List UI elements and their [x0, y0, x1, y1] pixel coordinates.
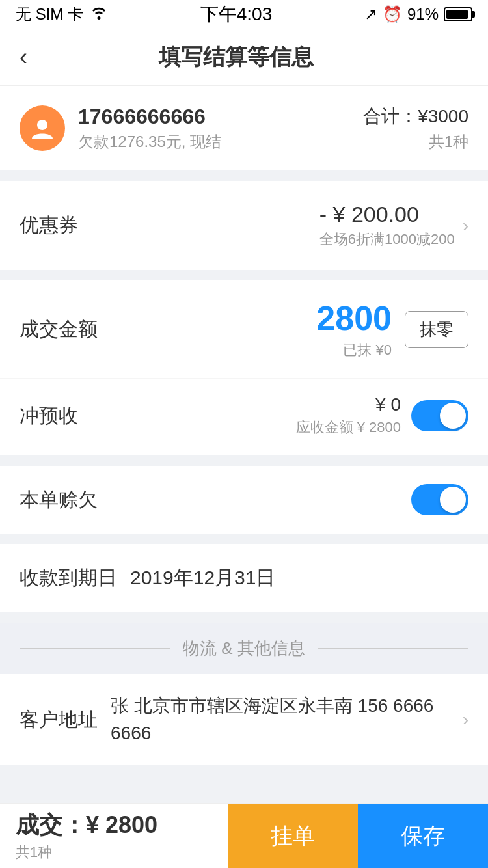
divider-text: 物流 & 其他信息	[183, 637, 305, 660]
coupon-label: 优惠券	[20, 212, 78, 239]
bottom-summary: 成交：¥ 2800 共1种	[0, 809, 228, 862]
amount-section: 成交金额 2800 已抹 ¥0 抹零 冲预收 ¥ 0 应收金额 ¥ 2800	[0, 280, 488, 455]
customer-sub: 欠款1276.35元, 现结	[78, 131, 221, 152]
address-section[interactable]: 客户地址 张 北京市市辖区海淀区永丰南 156 6666 6666 ›	[0, 674, 488, 765]
carrier-label: 无 SIM 卡	[16, 4, 83, 25]
transaction-label: 成交金额	[20, 316, 98, 343]
coupon-desc: 全场6折满1000减200	[319, 230, 455, 249]
content: 17666666666 欠款1276.35元, 现结 合计：¥3000 共1种 …	[0, 86, 488, 868]
debt-label: 本单赊欠	[20, 487, 98, 513]
address-label: 客户地址	[20, 707, 98, 733]
back-button[interactable]: ‹	[20, 44, 40, 71]
status-right: ↗ ⏰ 91%	[364, 5, 472, 23]
bottom-bar: 成交：¥ 2800 共1种 挂单 保存	[0, 803, 488, 868]
total-count: 共1种	[363, 131, 468, 152]
toggle-knob	[440, 403, 466, 429]
divider-section: 物流 & 其他信息	[0, 623, 488, 674]
chevron-right-icon: ›	[463, 215, 468, 236]
divider-line-left	[20, 648, 170, 649]
transaction-sub: 已抹 ¥0	[316, 340, 392, 360]
transaction-value: 2800	[316, 299, 392, 338]
address-content: 张 北京市市辖区海淀区永丰南 156 6666 6666	[98, 692, 463, 747]
transaction-value-col: 2800 已抹 ¥0	[316, 299, 392, 360]
battery-percent: 91%	[407, 5, 439, 23]
coupon-amount: - ¥ 200.00	[319, 202, 455, 227]
battery-icon	[444, 7, 472, 21]
total-amount: 合计：¥3000	[363, 104, 468, 129]
avatar	[20, 105, 65, 151]
deal-text-label: 成交：	[16, 811, 86, 838]
nav-bar: ‹ 填写结算等信息	[0, 29, 488, 86]
coupon-right: - ¥ 200.00 全场6折满1000减200 ›	[319, 202, 468, 249]
due-row: 收款到期日 2019年12月31日	[20, 565, 468, 591]
transaction-right: 2800 已抹 ¥0 抹零	[316, 299, 468, 360]
prepay-right: ¥ 0 应收金额 ¥ 2800	[296, 394, 468, 437]
customer-card: 17666666666 欠款1276.35元, 现结 合计：¥3000 共1种	[0, 86, 488, 170]
status-left: 无 SIM 卡	[16, 4, 108, 25]
coupon-row[interactable]: 优惠券 - ¥ 200.00 全场6折满1000减200 ›	[0, 181, 488, 270]
save-button[interactable]: 保存	[358, 804, 488, 868]
round-button[interactable]: 抹零	[405, 311, 468, 348]
coupon-section: 优惠券 - ¥ 200.00 全场6折满1000减200 ›	[0, 181, 488, 270]
divider-line-right	[318, 648, 468, 649]
prepay-row: 冲预收 ¥ 0 应收金额 ¥ 2800	[0, 378, 488, 455]
bottom-count: 共1种	[16, 843, 212, 862]
customer-left: 17666666666 欠款1276.35元, 现结	[20, 105, 221, 152]
due-section: 收款到期日 2019年12月31日	[0, 544, 488, 612]
due-date: 2019年12月31日	[130, 565, 275, 591]
wifi-icon	[90, 5, 108, 23]
deal-amount: ¥ 2800	[86, 811, 157, 838]
prepay-label: 冲预收	[20, 403, 78, 429]
debt-toggle[interactable]	[411, 484, 468, 515]
transaction-row: 成交金额 2800 已抹 ¥0 抹零	[0, 280, 488, 378]
status-time: 下午4:03	[200, 2, 273, 27]
alarm-icon: ⏰	[383, 5, 402, 23]
status-bar: 无 SIM 卡 下午4:03 ↗ ⏰ 91%	[0, 0, 488, 29]
svg-point-0	[37, 120, 47, 130]
location-icon: ↗	[364, 5, 377, 23]
prepay-amount: ¥ 0	[296, 394, 401, 415]
debt-toggle-knob	[440, 487, 466, 513]
prepay-toggle[interactable]	[411, 400, 468, 431]
prepay-amount-col: ¥ 0 应收金额 ¥ 2800	[296, 394, 401, 437]
page-title: 填写结算等信息	[40, 42, 432, 72]
due-label: 收款到期日	[20, 565, 117, 591]
customer-phone: 17666666666	[78, 105, 221, 129]
customer-info: 17666666666 欠款1276.35元, 现结	[78, 105, 221, 152]
hold-button[interactable]: 挂单	[228, 804, 358, 868]
bottom-deal: 成交：¥ 2800	[16, 809, 212, 841]
debt-section: 本单赊欠	[0, 466, 488, 534]
coupon-detail: - ¥ 200.00 全场6折满1000减200	[319, 202, 455, 249]
address-chevron-icon: ›	[463, 709, 468, 730]
customer-right: 合计：¥3000 共1种	[363, 104, 468, 152]
prepay-sub: 应收金额 ¥ 2800	[296, 418, 401, 437]
